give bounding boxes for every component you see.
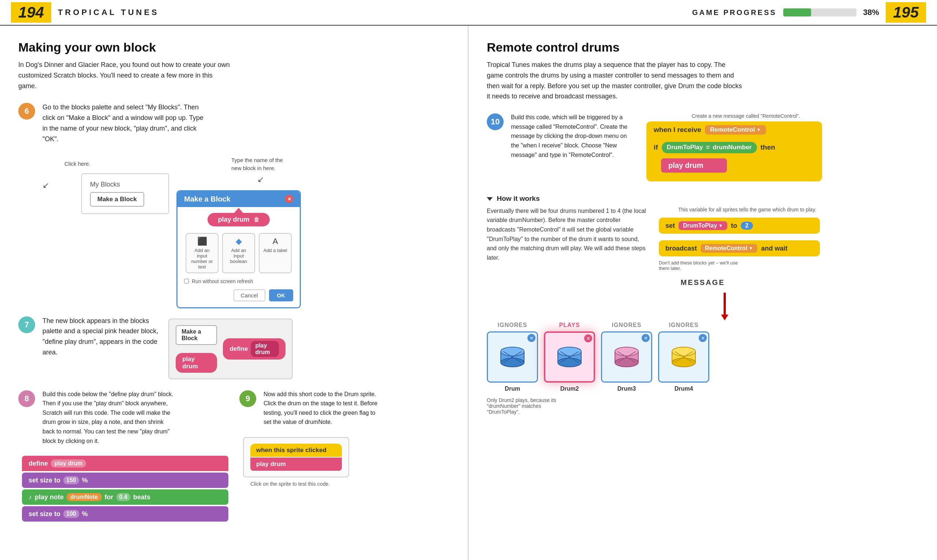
add-input-bool-btn[interactable]: ◆ Add an input boolean <box>222 233 255 273</box>
play-drum-block-10: play drum <box>661 158 727 173</box>
drum-to-play-tag: DrumToPlay ▼ <box>679 221 727 230</box>
var-annotation: This variable for all sprites tells the … <box>678 207 816 212</box>
step7-play-drum-block[interactable]: play drum <box>176 353 217 373</box>
dialog-cancel-btn[interactable]: Cancel <box>234 289 265 302</box>
code-stack-8: define play drum set size to 150 % ♪ pla… <box>22 456 228 522</box>
set-val: 2 <box>741 222 753 230</box>
step7-block: 7 The new block appears in the blocks pa… <box>18 316 450 379</box>
add-input-num-btn[interactable]: ⬛ Add an input number or text <box>186 233 219 273</box>
dropdown-arrow: ▼ <box>757 127 761 132</box>
dialog-icons-row: ⬛ Add an input number or text ◆ Add an i… <box>184 233 293 273</box>
progress-bar <box>783 8 857 17</box>
step8-num: 8 <box>18 390 35 407</box>
when-clicked-block: when this sprite clicked <box>250 444 342 457</box>
equals-op: = <box>706 144 710 151</box>
progress-bar-fill <box>783 8 811 17</box>
my-blocks-panel: My Blocks Make a Block <box>81 173 169 214</box>
drum1-close[interactable]: ✕ <box>527 334 535 342</box>
drum4-name: Drum4 <box>675 386 693 392</box>
game-progress-label: GAME PROGRESS <box>692 8 777 17</box>
drum4-box: ✕ <box>658 331 709 383</box>
right-column: Remote control drums Tropical Tunes make… <box>468 26 937 560</box>
size-100-val: 100 <box>63 510 79 518</box>
set-size-150-block: set size to 150 % <box>22 472 228 488</box>
drum-sprite-col-3: IGNORES ✕ Drum3 <box>601 322 652 392</box>
drum2-svg <box>553 340 586 374</box>
type-annotation: Type the name of the new block in here. <box>231 156 290 173</box>
drum2-close[interactable]: ✕ <box>584 334 592 342</box>
step9-code-panel: when this sprite clicked play drum <box>243 437 349 477</box>
drum-sprite-col-1: IGNORES ✕ Drum <box>487 322 538 392</box>
note-icon: ♪ <box>29 494 32 501</box>
when-receive-block: when I receive RemoteControl ▼ <box>646 122 822 138</box>
drum3-svg <box>610 340 643 374</box>
no-refresh-checkbox[interactable] <box>184 279 189 283</box>
step10-block: 10 Build this code, which will be trigge… <box>487 113 919 182</box>
step7-num: 7 <box>18 316 35 333</box>
drum3-status: IGNORES <box>612 322 642 328</box>
make-block-dialog: Make a Block ✕ play drum 🗑 <box>176 190 301 308</box>
condition-block: DrumToPlay = drumNumber <box>662 142 757 153</box>
main-content: Making your own block In Dog's Dinner an… <box>0 26 937 560</box>
size-150-val: 150 <box>63 476 79 484</box>
play-drum-block-9: play drum <box>250 458 342 471</box>
define-inner: play drum <box>51 459 86 468</box>
make-block-btn[interactable]: Make a Block <box>90 192 144 207</box>
svg-point-21 <box>672 347 695 356</box>
svg-point-15 <box>615 347 638 356</box>
if-end-cap <box>646 174 822 182</box>
drum2-status: PLAYS <box>559 322 580 328</box>
add-label-btn[interactable]: A Add a label <box>259 233 292 273</box>
define-label: define <box>29 460 48 468</box>
drum4-status: IGNORES <box>669 322 699 328</box>
how-text: Eventually there will be four drums numb… <box>487 206 648 263</box>
dialog-title: Make a Block <box>184 195 231 203</box>
drum4-close[interactable]: ✕ <box>699 334 707 342</box>
dialog-checkbox-row: Run without screen refresh <box>184 278 293 284</box>
step6-num: 6 <box>18 103 35 120</box>
drum3-close[interactable]: ✕ <box>642 334 650 342</box>
new-msg-annotation: Create a new message called "RemoteContr… <box>692 113 800 119</box>
remote-control-tag: RemoteControl ▼ <box>705 125 766 135</box>
message-label: MESSAGE <box>487 278 919 287</box>
step10-num: 10 <box>487 113 504 130</box>
right-heading: Remote control drums <box>487 40 919 54</box>
page-num-left: 194 <box>11 2 51 23</box>
step7-define-block: define play drum <box>223 338 285 360</box>
page-num-right: 195 <box>886 2 926 23</box>
broadcast-block: broadcast RemoteControl ▼ and wait <box>659 240 820 256</box>
drum-sprite-col-4: IGNORES ✕ Drum4 <box>658 322 709 392</box>
step7-text: The new block appears in the blocks pale… <box>42 316 160 358</box>
svg-point-20 <box>672 358 695 367</box>
how-title: How it works <box>487 195 919 203</box>
input-bool-icon: ◆ <box>227 237 251 246</box>
dialog-close-btn[interactable]: ✕ <box>285 195 293 203</box>
set-block: set DrumToPlay ▼ to 2 <box>659 218 820 234</box>
then-label: then <box>761 143 775 151</box>
dialog-ok-btn[interactable]: OK <box>269 289 294 302</box>
step7-define-inner: play drum <box>251 341 279 357</box>
drum-sprite-col-2: PLAYS ✕ Drum2 <box>544 322 595 392</box>
input-num-icon: ⬛ <box>190 237 214 246</box>
step7-make-block-btn[interactable]: Make a Block <box>176 325 217 345</box>
svg-point-2 <box>501 358 524 367</box>
set-dropdown-arrow: ▼ <box>718 223 723 228</box>
step8-text: Build this code below the "define play d… <box>42 389 174 446</box>
drum4-svg <box>667 340 700 374</box>
message-diagram: MESSAGE IGNORES ✕ <box>487 278 919 415</box>
play-note-block: ♪ play note drumNote for 0.4 beats <box>22 489 228 505</box>
drum3-name: Drum3 <box>618 386 636 392</box>
svg-point-14 <box>615 358 638 367</box>
svg-point-8 <box>558 358 581 367</box>
step8-block: 8 Build this code below the "define play… <box>18 389 228 446</box>
set-size-100-block: set size to 100 % <box>22 506 228 522</box>
left-heading: Making your own block <box>18 40 450 54</box>
define-block: define play drum <box>22 456 228 471</box>
drum1-box: ✕ <box>487 331 538 383</box>
drum1-name: Drum <box>505 386 520 392</box>
drum1-status: IGNORES <box>498 322 527 328</box>
dont-add-annotation: Don't add these blocks yet – we'll use t… <box>659 260 739 271</box>
dialog-block-preview: play drum 🗑 <box>208 213 270 226</box>
left-column: Making your own block In Dog's Dinner an… <box>0 26 468 560</box>
left-intro: In Dog's Dinner and Glacier Race, you fo… <box>18 60 231 91</box>
